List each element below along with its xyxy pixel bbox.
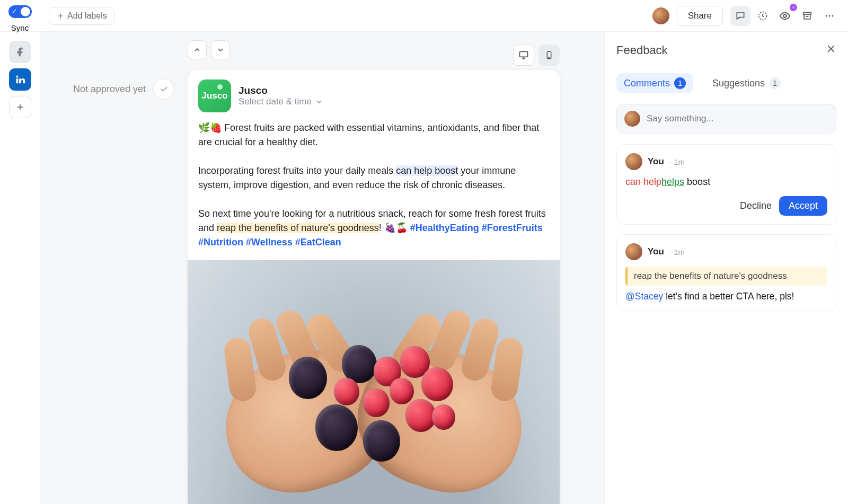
mobile-preview-button[interactable]	[538, 45, 560, 66]
quoted-text: reap the benefits of nature's goodness	[625, 267, 827, 286]
feedback-panel-toggle[interactable]	[730, 6, 750, 26]
facebook-channel[interactable]	[9, 41, 31, 63]
share-button[interactable]: Share	[677, 6, 723, 26]
activity-button[interactable]	[753, 6, 773, 26]
hashtag[interactable]: #ForestFruits	[482, 223, 543, 233]
post-card: Jusco Jusco Select date & time 🌿🍓 Forest…	[188, 70, 560, 504]
desktop-preview-button[interactable]	[513, 45, 534, 66]
comment-time: · 1m	[669, 247, 685, 257]
visibility-button[interactable]: +	[775, 6, 795, 26]
suggestion-card: You · 1m can helphelps boost Decline Acc…	[616, 144, 836, 225]
comment-author: You	[648, 246, 664, 257]
main-area: Not approved yet	[40, 32, 604, 504]
user-avatar	[625, 153, 642, 170]
plus-icon	[16, 103, 24, 111]
user-avatar	[625, 243, 642, 260]
svg-point-4	[829, 15, 831, 16]
add-labels-text: Add labels	[67, 11, 107, 21]
date-select[interactable]: Select date & time	[238, 96, 323, 107]
mention[interactable]: @Stacey	[625, 291, 663, 302]
decline-button[interactable]: Decline	[740, 196, 772, 216]
suggestion-highlight[interactable]: can help boost	[396, 165, 458, 176]
user-avatar	[624, 111, 640, 127]
feedback-title: Feedback	[616, 43, 668, 57]
facebook-icon	[14, 46, 26, 58]
feedback-tabs: Comments 1 Suggestions 1	[616, 73, 836, 93]
more-icon	[824, 11, 835, 21]
archive-icon	[802, 11, 812, 21]
linkedin-channel[interactable]	[9, 68, 31, 91]
approve-button[interactable]	[153, 78, 174, 100]
sync-label: Sync	[11, 23, 29, 32]
close-icon	[826, 43, 836, 54]
svg-point-3	[826, 15, 827, 16]
sparkle-badge: +	[790, 4, 797, 11]
mobile-icon	[544, 50, 554, 60]
feedback-panel: Feedback Comments 1 Suggestions 1 You · …	[604, 32, 848, 504]
check-icon	[159, 84, 169, 94]
accept-button[interactable]: Accept	[779, 196, 827, 216]
svg-point-5	[832, 15, 833, 16]
comment-time: · 1m	[669, 157, 685, 166]
brand-name: Jusco	[238, 85, 323, 96]
comment-icon	[735, 11, 746, 21]
chevron-down-icon	[216, 46, 225, 54]
suggestions-count: 1	[769, 77, 781, 89]
emoji-lead: 🌿🍓	[198, 122, 222, 133]
sync-toggle[interactable]: ✓	[8, 5, 32, 18]
chevron-down-icon	[315, 98, 323, 106]
brand-logo: Jusco	[198, 79, 231, 112]
close-button[interactable]	[826, 43, 836, 57]
user-avatar[interactable]	[652, 7, 669, 24]
hashtag[interactable]: #Wellness	[246, 237, 293, 247]
prev-post-button[interactable]	[188, 40, 207, 59]
post-image	[188, 260, 560, 504]
plus-icon	[57, 12, 64, 20]
eye-icon	[779, 10, 791, 22]
svg-rect-2	[803, 12, 811, 14]
comment-text: @Stacey let's find a better CTA here, pl…	[625, 291, 827, 302]
comment-card: You · 1m reap the benefits of nature's g…	[616, 234, 836, 311]
post-body[interactable]: 🌿🍓 Forest fruits are packed with essenti…	[188, 116, 560, 260]
comments-count: 1	[674, 77, 686, 89]
svg-point-8	[549, 57, 550, 58]
add-channel-button[interactable]	[9, 96, 31, 118]
topbar: Add labels Share +	[0, 0, 848, 32]
left-rail: ✓ Sync	[0, 0, 40, 504]
svg-point-1	[783, 14, 787, 17]
linkedin-icon	[14, 74, 26, 85]
chevron-up-icon	[193, 46, 201, 54]
add-labels-button[interactable]: Add labels	[49, 7, 115, 25]
tab-comments[interactable]: Comments 1	[616, 73, 693, 93]
next-post-button[interactable]	[211, 40, 230, 59]
desktop-icon	[518, 50, 529, 60]
approval-status: Not approved yet	[73, 84, 146, 95]
svg-rect-6	[520, 51, 528, 57]
more-button[interactable]	[819, 6, 840, 26]
approval-row: Not approved yet	[52, 32, 200, 100]
archive-button[interactable]	[797, 6, 817, 26]
comment-input-row	[616, 104, 836, 134]
diff-text: can helphelps boost	[625, 176, 827, 188]
post-panel: Jusco Jusco Select date & time 🌿🍓 Forest…	[188, 40, 560, 504]
hashtag[interactable]: #EatClean	[295, 237, 341, 247]
comment-highlight[interactable]: reap the benefits of nature's goodness	[217, 223, 379, 233]
comment-author: You	[648, 156, 664, 167]
comment-input[interactable]	[647, 113, 828, 124]
activity-icon	[757, 11, 768, 21]
hashtag[interactable]: #Nutrition	[198, 237, 243, 247]
tab-suggestions[interactable]: Suggestions 1	[705, 73, 788, 93]
hashtag[interactable]: #HealthyEating	[410, 223, 479, 233]
